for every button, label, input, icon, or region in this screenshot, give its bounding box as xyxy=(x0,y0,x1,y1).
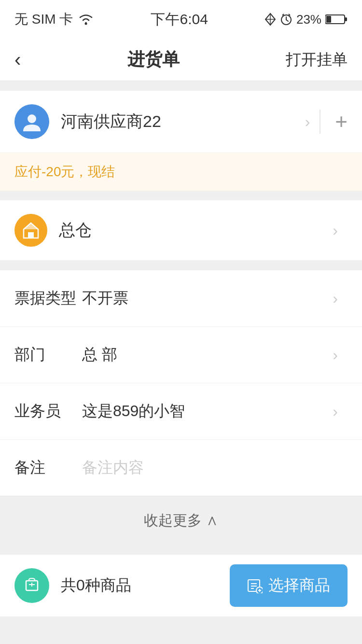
remark-input[interactable]: 备注内容 xyxy=(77,457,348,478)
svg-rect-13 xyxy=(28,232,34,238)
notice-banner: 应付-20元，现结 xyxy=(0,153,362,191)
supplier-chevron-icon: › xyxy=(305,113,310,131)
remark-label: 备注 xyxy=(14,457,77,478)
warehouse-name: 总仓 xyxy=(59,219,333,241)
department-row[interactable]: 部门 总 部 › xyxy=(0,326,362,383)
wifi-icon xyxy=(78,13,94,26)
collapse-label: 收起更多 ∧ xyxy=(144,511,218,531)
salesman-chevron-icon: › xyxy=(333,403,338,420)
department-chevron-icon: › xyxy=(333,346,338,364)
alarm-icon xyxy=(280,13,292,26)
status-right: 23% xyxy=(265,12,348,27)
supplier-row[interactable]: 河南供应商22 › + xyxy=(0,91,362,153)
product-icon xyxy=(14,568,49,603)
back-button[interactable]: ‹ xyxy=(14,49,21,70)
warehouse-row[interactable]: 总仓 › xyxy=(0,200,362,260)
location-icon xyxy=(265,13,276,26)
invoice-chevron-icon: › xyxy=(333,290,338,308)
product-count: 共0种商品 xyxy=(61,575,230,596)
supplier-avatar xyxy=(14,104,49,139)
warehouse-section: 总仓 › xyxy=(0,200,362,260)
invoice-label: 票据类型 xyxy=(14,288,77,309)
battery-percent: 23% xyxy=(296,12,321,27)
svg-marker-14 xyxy=(24,223,38,229)
salesman-value: 这是859的小智 xyxy=(77,401,333,422)
svg-point-11 xyxy=(28,114,36,123)
status-left: 无 SIM 卡 xyxy=(14,10,94,28)
salesman-row[interactable]: 业务员 这是859的小智 › xyxy=(0,383,362,439)
invoice-type-row[interactable]: 票据类型 不开票 › xyxy=(0,270,362,326)
supplier-section: 河南供应商22 › + 应付-20元，现结 xyxy=(0,91,362,191)
open-pending-button[interactable]: 打开挂单 xyxy=(286,49,348,70)
top-divider xyxy=(0,81,362,91)
signal-text: 无 SIM 卡 xyxy=(14,10,73,28)
svg-point-0 xyxy=(85,23,87,25)
svg-rect-10 xyxy=(345,17,347,21)
collapse-row[interactable]: 收起更多 ∧ xyxy=(0,496,362,545)
supplier-divider-line xyxy=(0,191,362,200)
cart-icon xyxy=(22,576,42,595)
add-supplier-button[interactable]: + xyxy=(335,110,348,134)
department-label: 部门 xyxy=(14,344,77,365)
nav-bar: ‹ 进货单 打开挂单 xyxy=(0,39,362,81)
department-value: 总 部 xyxy=(77,344,333,365)
product-bottom-bar: 共0种商品 选择商品 xyxy=(0,555,362,616)
form-section: 票据类型 不开票 › 部门 总 部 › 业务员 这是859的小智 › 备注 备注… xyxy=(0,270,362,545)
notice-text: 应付-20元，现结 xyxy=(14,164,115,179)
warehouse-divider xyxy=(0,260,362,270)
remark-row[interactable]: 备注 备注内容 xyxy=(0,439,362,496)
supplier-name: 河南供应商22 xyxy=(61,111,305,133)
select-product-button[interactable]: 选择商品 xyxy=(230,564,348,607)
home-icon xyxy=(21,221,41,240)
warehouse-icon xyxy=(14,214,47,247)
svg-rect-9 xyxy=(326,16,331,23)
select-product-label: 选择商品 xyxy=(268,575,330,596)
page-title: 进货单 xyxy=(127,48,180,71)
supplier-divider xyxy=(320,110,320,134)
warehouse-chevron-icon: › xyxy=(333,222,338,239)
battery-icon xyxy=(325,14,348,25)
user-icon xyxy=(21,111,42,132)
status-bar: 无 SIM 卡 下午6:04 23% xyxy=(0,0,362,39)
invoice-value: 不开票 xyxy=(77,288,333,309)
salesman-label: 业务员 xyxy=(14,401,77,422)
select-product-icon xyxy=(247,578,263,593)
status-time: 下午6:04 xyxy=(151,10,208,29)
svg-line-5 xyxy=(286,20,288,21)
